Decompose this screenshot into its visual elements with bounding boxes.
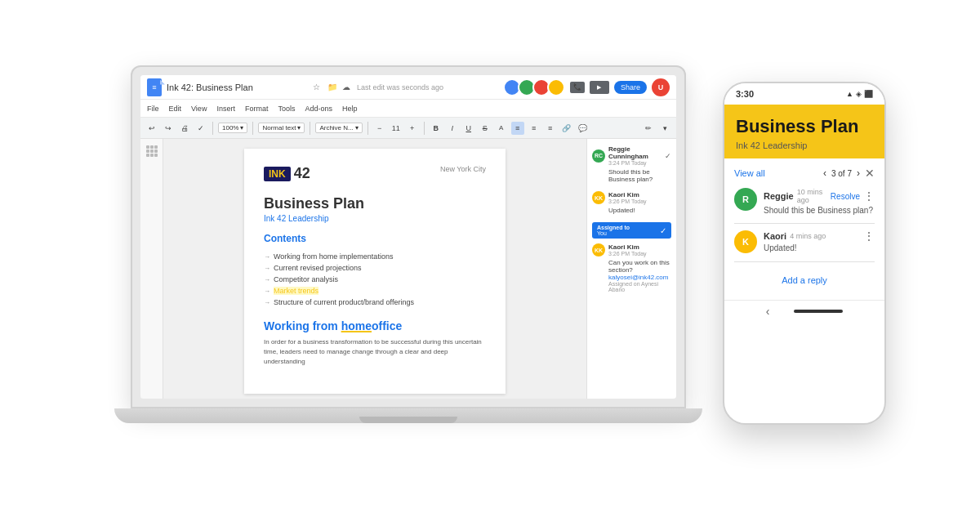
- phone-comment-2-body: Kaori 4 mins ago ⋮ Updated!: [764, 230, 875, 252]
- comment-1: RC Reggie Cunningham 3:24 PM Today ✓ Sho…: [592, 145, 671, 183]
- location-text: New York City: [440, 165, 486, 173]
- menu-tools[interactable]: Tools: [278, 105, 295, 113]
- last-edit-text: Last edit was seconds ago: [357, 83, 498, 91]
- phone-status-icons: ▲ ◈ ⬛: [846, 90, 873, 98]
- menu-format[interactable]: Format: [245, 105, 269, 113]
- italic-button[interactable]: I: [446, 122, 459, 135]
- phone-comment-2-avatar: K: [734, 230, 757, 253]
- phone-comment-2-name-row: Kaori 4 mins ago: [764, 231, 826, 241]
- share-button[interactable]: Share: [614, 81, 647, 94]
- ink-logo: INK 42: [264, 165, 310, 182]
- reply-divider: [734, 261, 875, 262]
- comment-2: KK Kaori Kim 3:26 PM Today Updated!: [592, 191, 671, 214]
- comment-2-header: KK Kaori Kim 3:26 PM Today: [592, 191, 671, 204]
- assigned-badge: Assigned to You ✓: [592, 222, 671, 239]
- align-center-button[interactable]: ≡: [528, 122, 541, 135]
- text-color-button[interactable]: A: [495, 122, 508, 135]
- phone-comment-1-name: Reggie: [764, 191, 794, 201]
- gdocs-menubar: File Edit View Insert Format Tools Add-o…: [140, 100, 676, 118]
- toolbar-separator-3: [310, 122, 310, 135]
- menu-insert[interactable]: Insert: [216, 105, 235, 113]
- phone-comment-1-body: Reggie 10 mins ago Resolve ⋮ Should this…: [764, 188, 875, 215]
- pagination-prev[interactable]: ‹: [823, 167, 826, 179]
- phone-comment-1-actions: Resolve ⋮: [824, 190, 875, 202]
- toc-item-3: Competitor analysis: [264, 274, 486, 285]
- edit-mode-button[interactable]: ✏: [642, 122, 655, 135]
- toolbar-separator-4: [368, 122, 368, 135]
- call-icon[interactable]: 📞: [570, 82, 585, 93]
- redo-button[interactable]: ↪: [162, 122, 175, 135]
- comment-2-more-icon[interactable]: ⋮: [863, 230, 875, 242]
- comment-2-name: Kaori Kim: [608, 191, 647, 199]
- user-avatar[interactable]: U: [652, 78, 670, 96]
- align-right-button[interactable]: ≡: [544, 122, 557, 135]
- toolbar-right: ✏ ▾: [642, 122, 671, 135]
- comment-3-avatar: KK: [592, 243, 605, 256]
- align-left-button[interactable]: ≡: [511, 122, 524, 135]
- more-button[interactable]: ▾: [658, 122, 671, 135]
- contents-heading: Contents: [264, 233, 486, 244]
- font-size-decrease[interactable]: −: [373, 122, 386, 135]
- assigned-label: Assigned to: [597, 225, 630, 230]
- present-icon[interactable]: ▶: [590, 81, 609, 94]
- pagination-next[interactable]: ›: [857, 167, 860, 179]
- body-text: In order for a business transformation t…: [264, 337, 486, 367]
- link-button[interactable]: 🔗: [560, 122, 573, 135]
- phone-back-arrow[interactable]: ‹: [766, 305, 770, 318]
- phone-bottom-bar: ‹: [724, 300, 884, 321]
- menu-view[interactable]: View: [191, 105, 207, 113]
- doc-header-row: INK 42 New York City: [264, 165, 486, 182]
- comments-panel: RC Reggie Cunningham 3:24 PM Today ✓ Sho…: [586, 139, 676, 399]
- comment-3-time: 3:26 PM Today: [608, 251, 647, 256]
- add-reply-area[interactable]: Add a reply: [734, 269, 875, 292]
- comment-3-assign: Assigned on Aynesi Abano: [592, 281, 671, 292]
- comment-1-avatar: RC: [592, 149, 605, 163]
- menu-file[interactable]: File: [147, 105, 159, 113]
- underline-button[interactable]: U: [462, 122, 475, 135]
- zoom-dropdown[interactable]: 100% ▾: [218, 123, 247, 133]
- grid-icon[interactable]: [146, 145, 158, 157]
- bold-button[interactable]: B: [430, 122, 443, 135]
- phone-comment-1-name-row: Reggie 10 mins ago: [764, 188, 824, 204]
- comment-1-time: 3:24 PM Today: [608, 160, 662, 166]
- phone: 3:30 ▲ ◈ ⬛ Business Plan Ink 42 Leadersh…: [723, 82, 886, 425]
- toolbar-separator-1: [212, 122, 213, 135]
- doc-content: INK 42 New York City Business Plan Ink 4…: [140, 139, 676, 399]
- toc-item-4: Market trends: [264, 285, 486, 297]
- phone-home-indicator[interactable]: [794, 310, 843, 313]
- style-dropdown[interactable]: Normal text ▾: [258, 123, 305, 133]
- pagination-count: 3 of 7: [831, 169, 852, 178]
- toc-item-1: Working from home implementations: [264, 251, 486, 262]
- comment-1-more-icon[interactable]: ⋮: [863, 190, 875, 202]
- phone-view-all-row: View all ‹ 3 of 7 › ✕: [734, 167, 875, 180]
- phone-comment-1: R Reggie 10 mins ago Resolve ⋮ Should th…: [734, 188, 875, 215]
- folder-icon[interactable]: 📁: [327, 83, 337, 92]
- font-dropdown[interactable]: Archive N... ▾: [315, 123, 362, 133]
- phone-comment-1-avatar: R: [734, 188, 757, 211]
- comment-1-name: Reggie Cunningham: [608, 145, 662, 160]
- comment-3: KK Kaori Kim 3:26 PM Today Can you work …: [592, 243, 671, 292]
- menu-addons[interactable]: Add-ons: [305, 105, 332, 113]
- signal-icon: ▲: [846, 90, 853, 98]
- comment-3-text: Can you work on this section?: [592, 259, 671, 274]
- view-all-link[interactable]: View all: [734, 168, 765, 178]
- resolve-button[interactable]: Resolve: [831, 192, 860, 201]
- comment-button[interactable]: 💬: [577, 122, 590, 135]
- close-comment-button[interactable]: ✕: [865, 167, 875, 180]
- phone-doc-title: Business Plan: [736, 116, 873, 137]
- gdocs-titlebar: ≡ Ink 42: Business Plan ☆ 📁 ☁ Last edit …: [140, 75, 676, 100]
- undo-button[interactable]: ↩: [145, 122, 158, 135]
- document-page: INK 42 New York City Business Plan Ink 4…: [244, 149, 506, 394]
- menu-help[interactable]: Help: [342, 105, 358, 113]
- strikethrough-button[interactable]: S: [479, 122, 492, 135]
- laptop-body: ≡ Ink 42: Business Plan ☆ 📁 ☁ Last edit …: [131, 65, 686, 408]
- spellcheck-button[interactable]: ✓: [194, 122, 207, 135]
- battery-icon: ⬛: [864, 90, 873, 98]
- phone-pagination: ‹ 3 of 7 › ✕: [823, 167, 875, 180]
- star-icon[interactable]: ☆: [313, 83, 323, 92]
- menu-edit[interactable]: Edit: [169, 105, 182, 113]
- print-button[interactable]: 🖨: [178, 122, 191, 135]
- comment-3-name: Kaori Kim: [608, 243, 647, 251]
- section-heading: Working from homeoffice: [264, 319, 486, 332]
- font-size-increase[interactable]: +: [406, 122, 419, 135]
